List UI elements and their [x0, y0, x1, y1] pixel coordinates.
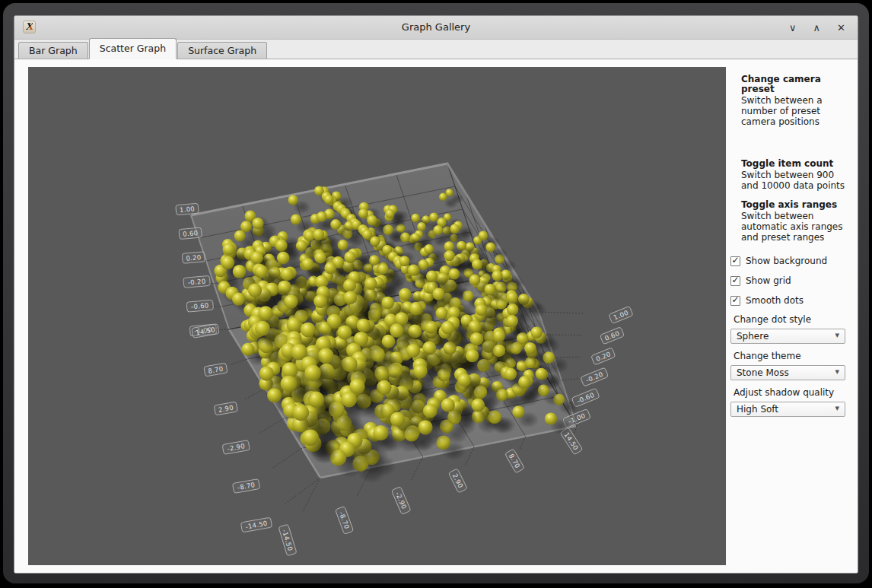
camera-preset-button[interactable]: Change camera preset Switch between a nu… — [730, 75, 848, 127]
app-window: X Graph Gallery ∨ ∧ ✕ Bar Graph Scatter … — [14, 15, 858, 574]
shadow-quality-value: High Soft — [737, 404, 778, 415]
svg-text:0.60: 0.60 — [183, 229, 199, 238]
checkbox-label: Show grid — [746, 275, 791, 286]
theme-label: Change theme — [734, 351, 849, 361]
window-controls: ∨ ∧ ✕ — [789, 16, 845, 39]
maximize-icon[interactable]: ∧ — [813, 23, 821, 33]
checkbox-label: Show background — [746, 256, 827, 266]
scatter-3d-chart[interactable]: 1.000.600.20-0.20-0.60-1.00-14.50-8.70-2… — [28, 67, 726, 565]
dropdown-arrow-icon: ▾ — [835, 367, 839, 377]
tab-scatter-graph[interactable]: Scatter Graph — [89, 38, 177, 59]
tab-bar-graph[interactable]: Bar Graph — [18, 42, 88, 59]
tab-bar: Bar Graph Scatter Graph Surface Graph — [14, 40, 858, 59]
check-icon: ✓ — [732, 275, 740, 285]
item-count-description: Switch between 900 and 10000 data points — [741, 170, 848, 191]
svg-text:0.20: 0.20 — [186, 253, 202, 262]
camera-preset-title: Change camera preset — [741, 75, 848, 94]
checkbox-show-background[interactable]: ✓ Show background — [730, 255, 849, 267]
content-area: 1.000.600.20-0.20-0.60-1.00-14.50-8.70-2… — [14, 59, 858, 574]
window-title: Graph Gallery — [14, 16, 858, 39]
theme-select[interactable]: Stone Moss ▾ — [730, 365, 845, 380]
dropdown-arrow-icon: ▾ — [835, 330, 839, 340]
item-count-button[interactable]: Toggle item count Switch between 900 and… — [730, 159, 848, 191]
checkbox-indicator[interactable]: ✓ — [730, 296, 740, 306]
checkbox-show-grid[interactable]: ✓ Show grid — [730, 275, 849, 287]
window-frame: X Graph Gallery ∨ ∧ ✕ Bar Graph Scatter … — [3, 3, 869, 583]
titlebar[interactable]: X Graph Gallery ∨ ∧ ✕ — [14, 16, 858, 40]
checkbox-smooth-dots[interactable]: ✓ Smooth dots — [730, 294, 849, 307]
camera-preset-description: Switch between a number of preset camera… — [741, 95, 848, 127]
checkbox-label: Smooth dots — [746, 295, 804, 306]
tab-surface-graph[interactable]: Surface Graph — [177, 42, 267, 59]
svg-text:-0.60: -0.60 — [191, 301, 209, 310]
checkbox-indicator[interactable]: ✓ — [730, 276, 740, 286]
dot-style-value: Sphere — [737, 331, 769, 342]
axis-ranges-description: Switch between automatic axis ranges and… — [741, 211, 848, 243]
axis-ranges-title: Toggle axis ranges — [741, 200, 848, 210]
item-count-title: Toggle item count — [741, 159, 848, 169]
check-icon: ✓ — [732, 294, 740, 305]
check-icon: ✓ — [732, 255, 740, 265]
close-icon[interactable]: ✕ — [837, 23, 845, 33]
svg-text:-0.20: -0.20 — [187, 278, 205, 287]
svg-text:1.00: 1.00 — [180, 205, 196, 214]
minimize-icon[interactable]: ∨ — [789, 23, 797, 33]
dot-style-select[interactable]: Sphere ▾ — [730, 329, 845, 344]
dropdown-arrow-icon: ▾ — [835, 403, 839, 413]
dot-style-label: Change dot style — [734, 314, 849, 325]
control-panel: Change camera preset Switch between a nu… — [730, 75, 849, 418]
shadow-quality-select[interactable]: High Soft ▾ — [730, 402, 845, 417]
checkbox-indicator[interactable]: ✓ — [730, 256, 740, 266]
axis-ranges-button[interactable]: Toggle axis ranges Switch between automa… — [730, 200, 848, 243]
theme-value: Stone Moss — [737, 367, 789, 378]
shadow-quality-label: Adjust shadow quality — [734, 387, 849, 398]
